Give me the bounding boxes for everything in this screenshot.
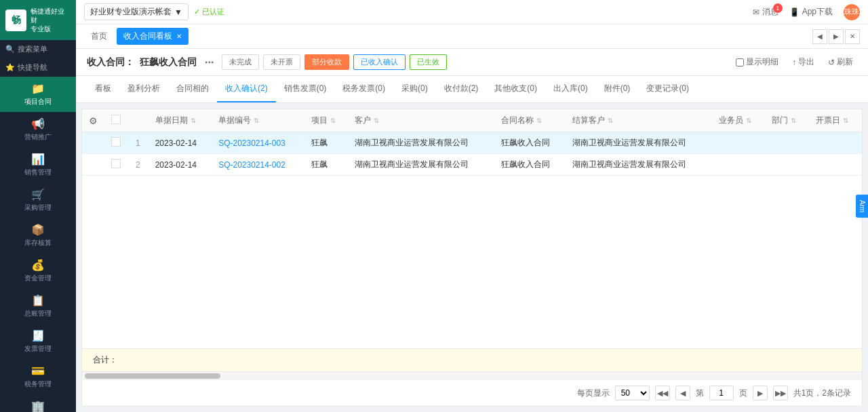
page-number-input[interactable]: [709, 386, 734, 400]
sub-tab-[interactable]: 附件(0): [596, 76, 639, 102]
show-detail-toggle[interactable]: 显示明细: [732, 54, 783, 70]
top-header: 好业财专业版演示帐套 ▼ ✓ 已认证 ✉ 1 消息 📱 App下载 珠珠: [76, 0, 868, 24]
search-icon: 🔍: [5, 45, 15, 54]
last-page-btn[interactable]: ▶▶: [773, 386, 788, 400]
sub-tab-[interactable]: 其他收支(0): [486, 76, 545, 102]
row-checkbox[interactable]: [111, 137, 121, 147]
dept-sort-icon[interactable]: ⇅: [791, 117, 796, 124]
tab-home[interactable]: 首页: [84, 28, 114, 45]
opendate-sort-icon[interactable]: ⇅: [843, 117, 848, 124]
sidebar-quick-nav[interactable]: ⭐ 快捷导航: [0, 58, 76, 77]
assets-icon: 🏢: [31, 400, 45, 412]
horizontal-scrollbar[interactable]: [82, 371, 862, 379]
settings-col-header: ⚙: [82, 109, 104, 132]
sub-tab-[interactable]: 盈利分析: [119, 76, 168, 102]
refresh-btn[interactable]: ↺ 刷新: [824, 54, 857, 70]
sub-tab-[interactable]: 变更记录(0): [638, 76, 697, 102]
sidebar-label: 销售管理: [24, 168, 52, 177]
tab-prev-btn[interactable]: ◀: [812, 29, 827, 44]
inventory-icon: 📦: [31, 223, 45, 236]
tax-icon: 💳: [31, 364, 45, 377]
sidebar-label: 库存核算: [24, 238, 52, 248]
sidebar-item-project[interactable]: 📁项目合同: [0, 77, 76, 112]
marketing-icon: 📢: [31, 117, 45, 130]
tab-next-btn[interactable]: ▶: [829, 29, 844, 44]
sidebar-search[interactable]: 🔍 搜索菜单: [0, 40, 76, 58]
status-incomplete[interactable]: 未完成: [222, 54, 259, 70]
sub-tabs: 看板盈利分析合同相的收入确认(2)销售发票(0)税务发票(0)采购(0)收付款(…: [76, 76, 868, 103]
row-salesperson: [712, 132, 765, 154]
contract-header: 收入合同： 狂飙收入合同 ··· 未完成 未开票 部分收款 已收入确认 已生效 …: [76, 49, 868, 76]
row-checkbox-cell[interactable]: [104, 132, 127, 154]
contract-title: 收入合同： 狂飙收入合同 ··· 未完成 未开票 部分收款 已收入确认 已生效: [87, 54, 447, 70]
customer-sort-icon[interactable]: ⇅: [374, 117, 379, 124]
sidebar-item-general[interactable]: 📋总账管理: [0, 288, 76, 324]
sidebar-item-assets[interactable]: 🏢固定资产: [0, 394, 76, 412]
row-checkbox-cell[interactable]: [104, 154, 127, 176]
sidebar-item-capital[interactable]: 💰资金管理: [0, 253, 76, 288]
main-content: 好业财专业版演示帐套 ▼ ✓ 已认证 ✉ 1 消息 📱 App下载 珠珠: [76, 0, 868, 412]
table-row[interactable]: 2 2023-02-14 SQ-20230214-002 狂飙 湖南卫视商业运营…: [82, 154, 862, 176]
row-checkbox[interactable]: [111, 159, 121, 168]
sidebar-item-invoice[interactable]: 🧾发票管理: [0, 324, 76, 359]
select-all-checkbox[interactable]: [111, 115, 121, 124]
contract-sort-icon[interactable]: ⇅: [536, 117, 542, 124]
next-page-btn[interactable]: ▶: [753, 386, 768, 400]
settings-icon[interactable]: ⚙: [89, 115, 98, 126]
sidebar-item-purchase[interactable]: 🛒采购管理: [0, 183, 76, 218]
right-float-panel[interactable]: Arm: [856, 194, 868, 217]
project-sort-icon[interactable]: ⇅: [330, 117, 336, 124]
message-action[interactable]: ✉ 1 消息: [753, 6, 778, 18]
sidebar-item-sales[interactable]: 📊销售管理: [0, 147, 76, 183]
user-avatar-action[interactable]: 珠珠: [844, 4, 860, 20]
first-page-btn[interactable]: ◀◀: [655, 386, 670, 400]
company-selector[interactable]: 好业财专业版演示帐套 ▼: [84, 3, 189, 20]
status-uninvoiced[interactable]: 未开票: [263, 54, 300, 70]
logo-text: 畅捷通好业财 专业版: [31, 7, 71, 33]
row-project: 狂飙: [304, 154, 348, 176]
page-size-select[interactable]: 50 100: [615, 386, 650, 400]
dept-col-header: 部门⇅: [765, 109, 808, 132]
row-contract-name: 狂飙收入合同: [494, 132, 566, 154]
header-right: ✉ 1 消息 📱 App下载 珠珠: [753, 4, 860, 20]
header-left: 好业财专业版演示帐套 ▼ ✓ 已认证: [84, 3, 224, 20]
sidebar-item-inventory[interactable]: 📦库存核算: [0, 218, 76, 253]
export-btn[interactable]: ↑ 导出: [788, 54, 818, 70]
tab-contract-board[interactable]: 收入合同看板 ✕: [117, 28, 189, 45]
table-row[interactable]: 1 2023-02-14 SQ-20230214-003 狂飙 湖南卫视商业运营…: [82, 132, 862, 154]
status-effective[interactable]: 已生效: [410, 54, 447, 70]
sub-tab-[interactable]: 看板: [87, 76, 119, 102]
project-col-header: 项目⇅: [304, 109, 348, 132]
contract-col-header: 合同名称⇅: [494, 109, 566, 132]
scroll-thumb[interactable]: [85, 373, 220, 379]
status-confirmed[interactable]: 已收入确认: [353, 54, 406, 70]
sidebar-label: 总账管理: [24, 309, 52, 318]
sub-tab-[interactable]: 出入库(0): [545, 76, 596, 102]
row-settlement-customer: 湖南卫视商业运营发展有限公司: [566, 132, 712, 154]
orderno-sort-icon[interactable]: ⇅: [254, 117, 259, 124]
mobile-icon: 📱: [789, 7, 800, 17]
sub-tab-[interactable]: 采购(0): [393, 76, 436, 102]
tab-close-all-btn[interactable]: ✕: [845, 29, 860, 44]
status-partial-received[interactable]: 部分收款: [304, 54, 349, 70]
sub-tab-[interactable]: 销售发票(0): [276, 76, 335, 102]
sub-tab-[interactable]: 合同相的: [168, 76, 217, 102]
sidebar-item-marketing[interactable]: 📢营销推广: [0, 112, 76, 147]
settlement-sort-icon[interactable]: ⇅: [608, 117, 613, 124]
sales-icon: 📊: [31, 153, 45, 166]
sidebar-label: 项目合同: [24, 97, 52, 107]
sub-tab-[interactable]: 税务发票(0): [334, 76, 393, 102]
more-btn[interactable]: ···: [202, 56, 216, 69]
prev-page-btn[interactable]: ◀: [675, 386, 690, 400]
row-order-no[interactable]: SQ-20230214-003: [212, 132, 304, 154]
tab-close-icon[interactable]: ✕: [176, 33, 182, 40]
row-date: 2023-02-14: [149, 132, 212, 154]
sub-tab-[interactable]: 收入确认(2): [217, 76, 276, 102]
show-detail-checkbox[interactable]: [736, 58, 744, 67]
date-sort-icon[interactable]: ⇅: [191, 117, 196, 124]
sub-tab-[interactable]: 收付款(2): [436, 76, 487, 102]
app-download-action[interactable]: 📱 App下载: [789, 6, 833, 18]
row-order-no[interactable]: SQ-20230214-002: [212, 154, 304, 176]
salesperson-sort-icon[interactable]: ⇅: [746, 117, 751, 124]
sidebar-item-tax[interactable]: 💳税务管理: [0, 359, 76, 394]
